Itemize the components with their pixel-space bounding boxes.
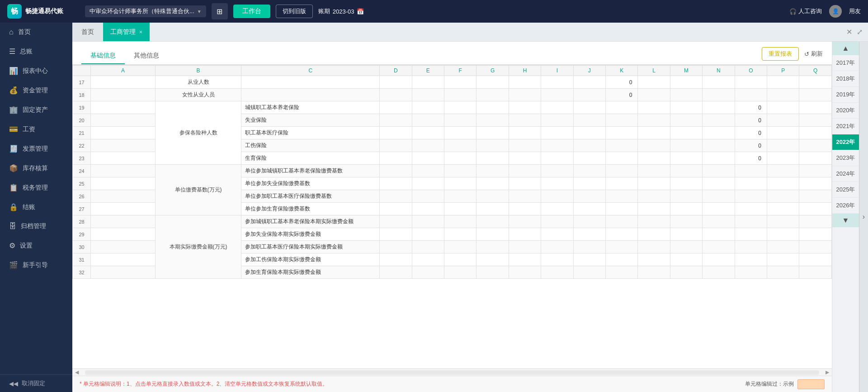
cell-30-m[interactable] bbox=[670, 241, 702, 253]
company-selector[interactable]: 中审众环会计师事务所（特殊普通合伙... ▼ bbox=[85, 5, 206, 17]
cell-29-j[interactable] bbox=[573, 228, 605, 241]
cell-30-a[interactable] bbox=[91, 241, 156, 253]
cell-30-e[interactable] bbox=[412, 241, 444, 253]
year-2019[interactable]: 2019年 bbox=[832, 87, 859, 103]
cell-30-g[interactable] bbox=[476, 241, 509, 253]
cell-26-f[interactable] bbox=[444, 190, 476, 203]
cell-18-i[interactable] bbox=[541, 89, 573, 101]
cell-19-n[interactable] bbox=[703, 101, 735, 114]
cell-28-d[interactable] bbox=[380, 215, 412, 228]
cell-17-o[interactable] bbox=[735, 76, 767, 89]
cell-25-d[interactable] bbox=[380, 177, 412, 190]
window-expand-icon[interactable]: ⤢ bbox=[857, 28, 863, 36]
cell-18-j[interactable] bbox=[573, 89, 605, 101]
cell-18-k[interactable]: 0 bbox=[606, 89, 638, 101]
cell-24-o[interactable] bbox=[735, 165, 767, 177]
cell-19-p[interactable] bbox=[767, 101, 799, 114]
cell-20-g[interactable] bbox=[476, 114, 509, 127]
cell-24-g[interactable] bbox=[476, 165, 509, 177]
cell-23-f[interactable] bbox=[444, 152, 476, 165]
cell-26-o[interactable] bbox=[735, 190, 767, 203]
sidebar-item-guide[interactable]: 🎬 新手引导 bbox=[0, 255, 72, 275]
cell-27-k[interactable] bbox=[606, 203, 638, 215]
cell-30-i[interactable] bbox=[541, 241, 573, 253]
cell-26-k[interactable] bbox=[606, 190, 638, 203]
cell-26-d[interactable] bbox=[380, 190, 412, 203]
scroll-right-arrow[interactable]: ▶ bbox=[823, 369, 832, 375]
cell-28-p[interactable] bbox=[767, 215, 799, 228]
sidebar-item-asset[interactable]: 🏢 固定资产 bbox=[0, 100, 72, 120]
cell-31-a[interactable] bbox=[91, 253, 156, 266]
cell-29-a[interactable] bbox=[91, 228, 156, 241]
cell-27-q[interactable] bbox=[799, 203, 832, 215]
cell-18-p[interactable] bbox=[767, 89, 799, 101]
sidebar-item-settings[interactable]: ⚙ 设置 bbox=[0, 236, 72, 255]
cell-19-m[interactable] bbox=[670, 101, 702, 114]
cell-29-n[interactable] bbox=[703, 228, 735, 241]
cell-28-i[interactable] bbox=[541, 215, 573, 228]
cell-17-g[interactable] bbox=[476, 76, 509, 89]
cell-22-n[interactable] bbox=[703, 139, 735, 152]
cell-29-f[interactable] bbox=[444, 228, 476, 241]
cell-31-l[interactable] bbox=[638, 253, 670, 266]
year-2025[interactable]: 2025年 bbox=[832, 182, 859, 198]
avatar[interactable]: 👤 bbox=[829, 5, 842, 18]
cell-29-g[interactable] bbox=[476, 228, 509, 241]
scroll-left-arrow[interactable]: ◀ bbox=[72, 369, 81, 375]
cell-23-g[interactable] bbox=[476, 152, 509, 165]
cell-24-q[interactable] bbox=[799, 165, 832, 177]
cell-23-h[interactable] bbox=[509, 152, 541, 165]
cell-28-f[interactable] bbox=[444, 215, 476, 228]
cell-28-l[interactable] bbox=[638, 215, 670, 228]
cell-18-e[interactable] bbox=[412, 89, 444, 101]
cell-19-d[interactable] bbox=[380, 101, 412, 114]
cell-31-k[interactable] bbox=[606, 253, 638, 266]
cell-17-h[interactable] bbox=[509, 76, 541, 89]
cell-19-b[interactable]: 参保各险种人数 bbox=[155, 101, 241, 165]
copy-icon[interactable]: ⊞ bbox=[212, 3, 228, 19]
cell-26-a[interactable] bbox=[91, 190, 156, 203]
cell-25-c[interactable]: 单位参加失业保险缴费基数 bbox=[241, 177, 380, 190]
cell-22-m[interactable] bbox=[670, 139, 702, 152]
cell-27-h[interactable] bbox=[509, 203, 541, 215]
year-2021[interactable]: 2021年 bbox=[832, 119, 859, 134]
cell-17-i[interactable] bbox=[541, 76, 573, 89]
cell-30-p[interactable] bbox=[767, 241, 799, 253]
cell-21-j[interactable] bbox=[573, 127, 605, 139]
cell-25-q[interactable] bbox=[799, 177, 832, 190]
cell-25-o[interactable] bbox=[735, 177, 767, 190]
cell-22-p[interactable] bbox=[767, 139, 799, 152]
cell-17-f[interactable] bbox=[444, 76, 476, 89]
cell-27-c[interactable]: 单位参加生育保险缴费基数 bbox=[241, 203, 380, 215]
cell-24-j[interactable] bbox=[573, 165, 605, 177]
cell-19-i[interactable] bbox=[541, 101, 573, 114]
cell-25-i[interactable] bbox=[541, 177, 573, 190]
cell-26-q[interactable] bbox=[799, 190, 832, 203]
cell-27-n[interactable] bbox=[703, 203, 735, 215]
cell-22-o[interactable]: 0 bbox=[735, 139, 767, 152]
cell-21-a[interactable] bbox=[91, 127, 156, 139]
year-2023[interactable]: 2023年 bbox=[832, 150, 859, 166]
cell-24-l[interactable] bbox=[638, 165, 670, 177]
cell-19-k[interactable] bbox=[606, 101, 638, 114]
year-2018[interactable]: 2018年 bbox=[832, 71, 859, 87]
cell-26-g[interactable] bbox=[476, 190, 509, 203]
cell-32-a[interactable] bbox=[91, 266, 156, 279]
cell-17-q[interactable] bbox=[799, 76, 832, 89]
cell-18-c[interactable] bbox=[241, 89, 380, 101]
cell-25-p[interactable] bbox=[767, 177, 799, 190]
cell-29-q[interactable] bbox=[799, 228, 832, 241]
sidebar-item-inventory[interactable]: 📦 库存核算 bbox=[0, 158, 72, 178]
cell-23-n[interactable] bbox=[703, 152, 735, 165]
cell-22-c[interactable]: 工伤保险 bbox=[241, 139, 380, 152]
cell-18-h[interactable] bbox=[509, 89, 541, 101]
year-2017[interactable]: 2017年 bbox=[832, 55, 859, 71]
cell-21-d[interactable] bbox=[380, 127, 412, 139]
service-button[interactable]: 🎧 人工咨询 bbox=[789, 7, 822, 15]
cell-32-e[interactable] bbox=[412, 266, 444, 279]
cell-17-j[interactable] bbox=[573, 76, 605, 89]
cell-23-q[interactable] bbox=[799, 152, 832, 165]
cell-30-o[interactable] bbox=[735, 241, 767, 253]
window-close-icon[interactable]: ✕ bbox=[846, 28, 852, 36]
cell-17-k[interactable]: 0 bbox=[606, 76, 638, 89]
